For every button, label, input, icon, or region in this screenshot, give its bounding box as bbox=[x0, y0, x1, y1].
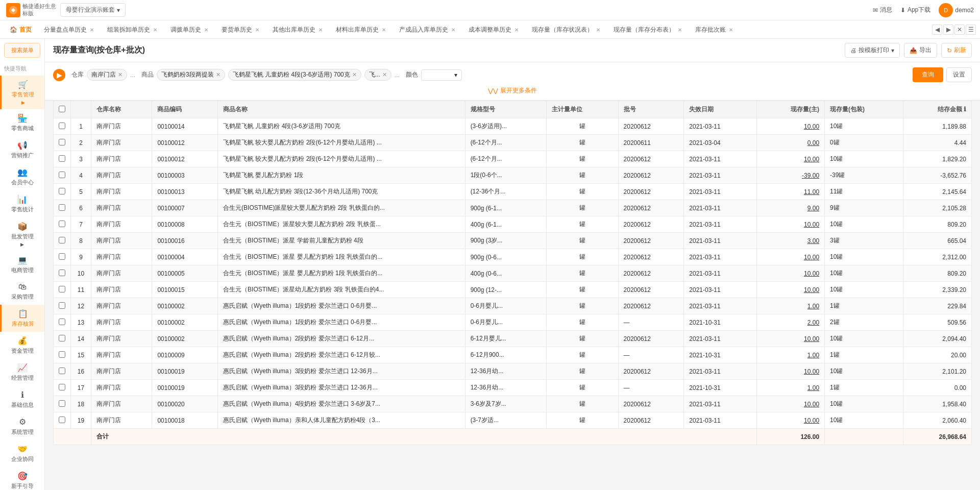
sidebar-item-finance[interactable]: 💰 资金管理 bbox=[0, 332, 44, 359]
message-button[interactable]: ✉ 消息 bbox=[873, 6, 892, 14]
tab-close-all-button[interactable]: ✕ bbox=[954, 24, 965, 35]
row-checkbox[interactable] bbox=[54, 282, 71, 298]
row-checkbox[interactable] bbox=[54, 118, 71, 135]
row-checkbox[interactable] bbox=[54, 363, 71, 380]
row-stock-main[interactable]: 10.00 bbox=[756, 265, 824, 282]
row-stock-main[interactable]: 3.00 bbox=[756, 233, 824, 249]
row-stock-main[interactable]: 10.00 bbox=[756, 249, 824, 265]
industry-selector[interactable]: 母婴行业演示账套 ▾ bbox=[60, 3, 126, 17]
row-stock-main[interactable]: 10.00 bbox=[756, 363, 824, 380]
tab-material-out[interactable]: 材料出库单历史 ✕ bbox=[330, 21, 393, 38]
settings-button[interactable]: 设置 bbox=[946, 67, 972, 82]
tab-close-material-out[interactable]: ✕ bbox=[381, 26, 387, 34]
warehouse-more-icon[interactable]: ... bbox=[130, 71, 135, 79]
tab-request[interactable]: 要货单历史 ✕ bbox=[216, 21, 266, 38]
product-filter-tag-3[interactable]: 飞... ✕ bbox=[364, 69, 391, 81]
row-stock-main[interactable]: 2.00 bbox=[756, 314, 824, 331]
tab-batch-account[interactable]: 库存批次账 ✕ bbox=[690, 21, 740, 38]
row-checkbox[interactable] bbox=[54, 233, 71, 249]
sidebar-item-system[interactable]: ⚙ 系统管理 bbox=[0, 413, 44, 440]
app-download-button[interactable]: ⬇ App下载 bbox=[900, 6, 930, 14]
row-checkbox[interactable] bbox=[54, 249, 71, 265]
search-menu-button[interactable]: 搜索菜单 bbox=[4, 43, 40, 58]
tab-split-inventory[interactable]: 分量盘点单历史 ✕ bbox=[38, 21, 101, 38]
product-tag-2-close-icon[interactable]: ✕ bbox=[352, 71, 357, 78]
product-filter-tag-1[interactable]: 飞鹤奶粉3段两提装 ✕ bbox=[157, 69, 225, 81]
row-stock-main[interactable]: 10.00 bbox=[756, 412, 824, 429]
color-select[interactable]: ▾ bbox=[421, 69, 462, 81]
row-checkbox[interactable] bbox=[54, 380, 71, 396]
tab-next-button[interactable]: ▶ bbox=[943, 24, 953, 35]
refresh-button[interactable]: ↻ 刷新 bbox=[941, 43, 972, 58]
row-checkbox[interactable] bbox=[54, 167, 71, 184]
tab-close-mix[interactable]: ✕ bbox=[203, 26, 209, 34]
tab-close-cost-adjust[interactable]: ✕ bbox=[513, 26, 520, 34]
sidebar-item-ecommerce[interactable]: 💻 电商管理 bbox=[0, 251, 44, 278]
tab-stock-status[interactable]: 现存量（库存状况表） ✕ bbox=[526, 21, 607, 38]
tab-other-out[interactable]: 其他出库单历史 ✕ bbox=[267, 21, 329, 38]
sidebar-item-marketing[interactable]: 📢 营销推广 bbox=[0, 136, 44, 163]
product-filter-tag-2[interactable]: 飞鹤星飞帆 儿童奶粉 4段(3-6岁适用) 700克 ✕ bbox=[228, 69, 361, 81]
row-checkbox[interactable] bbox=[54, 347, 71, 363]
select-all-checkbox[interactable] bbox=[59, 106, 65, 112]
sidebar-item-purchase[interactable]: 🛍 采购管理 bbox=[0, 278, 44, 305]
filter-expand-left-button[interactable]: ▶ bbox=[53, 69, 65, 81]
row-checkbox[interactable] bbox=[54, 216, 71, 233]
tab-cost-adjust[interactable]: 成本调整单历史 ✕ bbox=[463, 21, 525, 38]
row-checkbox[interactable] bbox=[54, 151, 71, 167]
row-stock-main[interactable]: 9.00 bbox=[756, 200, 824, 216]
user-area[interactable]: D demo2 bbox=[939, 3, 974, 17]
tab-dismantle[interactable]: 组装拆卸单历史 ✕ bbox=[102, 21, 164, 38]
query-button[interactable]: 查询 bbox=[913, 67, 943, 82]
row-stock-main[interactable]: 11.00 bbox=[756, 184, 824, 200]
warehouse-filter-tag[interactable]: 南岸门店 ✕ bbox=[87, 69, 127, 81]
export-button[interactable]: 📤 导出 bbox=[904, 43, 937, 58]
sidebar-item-retail-stats[interactable]: 📊 零售统计 bbox=[0, 190, 44, 217]
tab-close-request[interactable]: ✕ bbox=[254, 26, 260, 34]
row-stock-main[interactable]: 10.00 bbox=[756, 151, 824, 167]
print-button[interactable]: 🖨 按模板打印 ▾ bbox=[845, 43, 900, 58]
sidebar-item-enterprise[interactable]: 🤝 企业协同 bbox=[0, 440, 44, 467]
tab-close-stock-status[interactable]: ✕ bbox=[595, 26, 601, 34]
row-checkbox[interactable] bbox=[54, 314, 71, 331]
tab-prev-button[interactable]: ◀ bbox=[932, 24, 942, 35]
tab-stock-dist[interactable]: 现存量（库存分布表） ✕ bbox=[608, 21, 689, 38]
tab-close-product-in[interactable]: ✕ bbox=[450, 26, 456, 34]
tab-close-dismantle[interactable]: ✕ bbox=[152, 26, 158, 34]
row-checkbox[interactable] bbox=[54, 200, 71, 216]
sidebar-item-inventory[interactable]: 📋 库存核算 bbox=[0, 305, 44, 332]
row-checkbox[interactable] bbox=[54, 396, 71, 412]
product-tag-1-close-icon[interactable]: ✕ bbox=[216, 71, 220, 78]
tab-home[interactable]: 🏠 首页 bbox=[4, 21, 37, 38]
row-checkbox[interactable] bbox=[54, 265, 71, 282]
row-stock-main[interactable]: 10.00 bbox=[756, 331, 824, 347]
warehouse-tag-close-icon[interactable]: ✕ bbox=[118, 71, 122, 78]
tab-close-stock-dist[interactable]: ✕ bbox=[677, 26, 683, 34]
tab-close-split-inventory[interactable]: ✕ bbox=[89, 26, 95, 34]
product-tag-3-close-icon[interactable]: ✕ bbox=[382, 71, 387, 78]
row-stock-main[interactable]: 0.00 bbox=[756, 135, 824, 151]
sidebar-item-onboarding[interactable]: 🎯 新手引导 bbox=[0, 467, 44, 490]
row-stock-main[interactable]: 10.00 bbox=[756, 282, 824, 298]
sidebar-item-member[interactable]: 👥 会员中心 bbox=[0, 163, 44, 190]
tab-mix[interactable]: 调拨单历史 ✕ bbox=[165, 21, 215, 38]
tab-menu-button[interactable]: ☰ bbox=[966, 24, 976, 35]
row-stock-main[interactable]: 10.00 bbox=[756, 118, 824, 135]
row-stock-main[interactable]: 10.00 bbox=[756, 396, 824, 412]
tab-product-in[interactable]: 产成品入库单历史 ✕ bbox=[394, 21, 462, 38]
row-checkbox[interactable] bbox=[54, 412, 71, 429]
row-stock-main[interactable]: -39.00 bbox=[756, 167, 824, 184]
sidebar-item-basic[interactable]: ℹ 基础信息 bbox=[0, 386, 44, 413]
sidebar-item-retail[interactable]: 🛒 零售管理 ▶ bbox=[0, 76, 44, 109]
expand-conditions-button[interactable]: ⋁⋁ 展开更多条件 bbox=[488, 86, 537, 95]
row-checkbox[interactable] bbox=[54, 331, 71, 347]
sidebar-item-wholesale[interactable]: 📦 批发管理 ▶ bbox=[0, 217, 44, 251]
row-stock-main[interactable]: 10.00 bbox=[756, 216, 824, 233]
row-stock-main[interactable]: 1.00 bbox=[756, 380, 824, 396]
row-checkbox[interactable] bbox=[54, 298, 71, 314]
sidebar-item-retail-store[interactable]: 🏪 零售商城 bbox=[0, 109, 44, 136]
row-checkbox[interactable] bbox=[54, 184, 71, 200]
product-more-icon[interactable]: ... bbox=[395, 71, 400, 79]
row-checkbox[interactable] bbox=[54, 135, 71, 151]
row-stock-main[interactable]: 1.00 bbox=[756, 298, 824, 314]
